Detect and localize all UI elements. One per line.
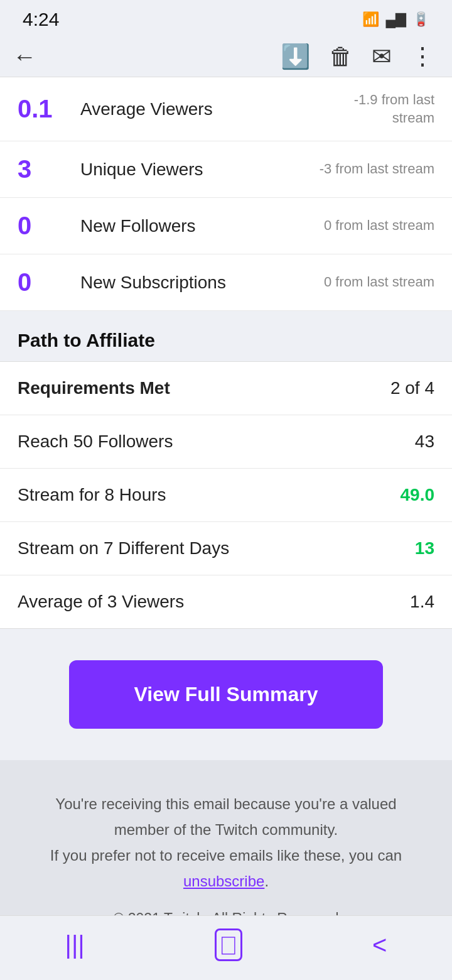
stat-value-0: 0.1 [18, 95, 74, 123]
stat-row: 0.1 Average Viewers -1.9 from last strea… [0, 77, 452, 141]
affiliate-row: Stream for 8 Hours 49.0 [0, 469, 452, 522]
affiliate-row: Stream on 7 Different Days 13 [0, 522, 452, 575]
view-full-summary-button[interactable]: View Full Summary [69, 660, 383, 729]
stat-value-1: 3 [18, 155, 74, 183]
affiliate-card: Requirements Met 2 of 4 Reach 50 Followe… [0, 361, 452, 629]
affiliate-value-3: 13 [415, 538, 434, 558]
section-title: Path to Affiliate [0, 311, 452, 361]
status-icons: 📶 ▄▇ 🪫 [362, 11, 429, 28]
status-bar: 4:24 📶 ▄▇ 🪫 [0, 0, 452, 36]
bottom-nav: ||| ⎕ < [0, 915, 452, 980]
affiliate-row: Reach 50 Followers 43 [0, 415, 452, 469]
affiliate-label-2: Stream for 8 Hours [18, 485, 166, 505]
footer-line2: If you prefer not to receive emails like… [38, 843, 414, 895]
affiliate-label-1: Reach 50 Followers [18, 432, 173, 452]
signal-icon: ▄▇ [385, 11, 406, 28]
stat-label-0: Average Viewers [74, 99, 309, 119]
footer-line1: You're receiving this email because you'… [38, 792, 414, 843]
stats-section: 0.1 Average Viewers -1.9 from last strea… [0, 77, 452, 311]
stat-change-2: 0 from last stream [324, 217, 434, 235]
stat-change-0: -1.9 from last stream [309, 91, 434, 127]
affiliate-label-4: Average of 3 Viewers [18, 592, 184, 612]
affiliate-row: Average of 3 Viewers 1.4 [0, 575, 452, 628]
toolbar: ← ⬇️ 🗑 ✉ ⋮ [0, 36, 452, 77]
cta-section: View Full Summary [0, 629, 452, 760]
unsubscribe-link[interactable]: unsubscribe [183, 873, 264, 890]
battery-icon: 🪫 [412, 11, 429, 28]
affiliate-label-0: Requirements Met [18, 378, 170, 398]
stat-row: 0 New Followers 0 from last stream [0, 198, 452, 254]
recent-apps-button[interactable]: ||| [65, 931, 85, 959]
stat-change-3: 0 from last stream [324, 273, 434, 291]
mail-icon[interactable]: ✉ [372, 43, 392, 70]
affiliate-value-0: 2 of 4 [390, 378, 434, 398]
stat-label-1: Unique Viewers [74, 160, 320, 180]
affiliate-label-3: Stream on 7 Different Days [18, 538, 229, 558]
stat-change-1: -3 from last stream [320, 160, 434, 178]
delete-icon[interactable]: 🗑 [329, 43, 353, 70]
affiliate-row: Requirements Met 2 of 4 [0, 362, 452, 415]
stat-label-2: New Followers [74, 216, 324, 236]
download-icon[interactable]: ⬇️ [281, 43, 310, 70]
affiliate-value-4: 1.4 [410, 592, 434, 612]
more-options-icon[interactable]: ⋮ [411, 43, 434, 70]
back-nav-button[interactable]: < [372, 931, 387, 959]
stat-row: 0 New Subscriptions 0 from last stream [0, 254, 452, 311]
stat-value-2: 0 [18, 212, 74, 240]
stat-label-3: New Subscriptions [74, 273, 324, 293]
stat-value-3: 0 [18, 268, 74, 297]
affiliate-value-1: 43 [415, 432, 434, 452]
home-button[interactable]: ⎕ [215, 928, 242, 961]
stat-row: 3 Unique Viewers -3 from last stream [0, 141, 452, 198]
status-time: 4:24 [23, 9, 59, 30]
affiliate-value-2: 49.0 [401, 485, 435, 505]
wifi-icon: 📶 [362, 11, 379, 28]
back-button[interactable]: ← [13, 43, 36, 70]
